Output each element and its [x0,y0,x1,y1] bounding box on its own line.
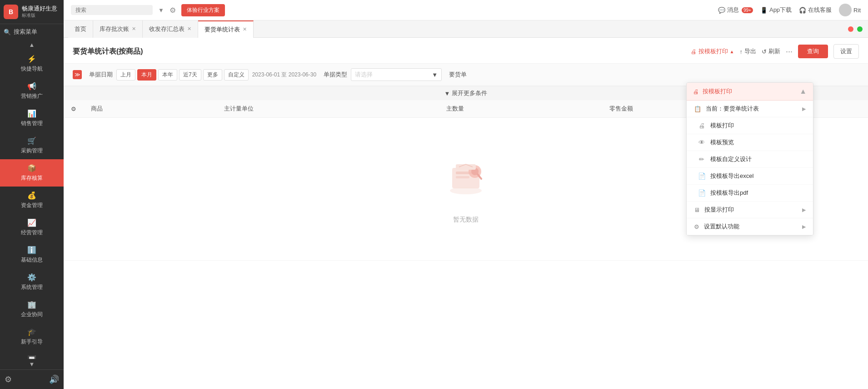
dropdown-arrow-icon[interactable]: ▼ [158,7,164,14]
message-icon: 💬 [718,7,725,14]
scroll-up-btn[interactable]: ▲ [0,40,64,50]
order-type-label: 单据类型 [324,71,347,79]
app-download-label: App下载 [769,6,792,14]
dropdown-close-btn[interactable]: ▲ [799,87,807,96]
dropdown-item-template-design[interactable]: ✏ 模板自定义设计 [687,151,813,168]
search-input[interactable] [71,5,153,15]
date-range: 2023-06-01 至 2023-06-30 [252,71,316,79]
chevron-up-icon: ▲ [730,49,734,54]
tab-receivable-summary[interactable]: 收发存汇总表 ✕ [143,20,198,38]
avatar [839,4,852,16]
preview-icon: 👁 [698,139,706,146]
topbar-left: ▼ ⚙ 体验行业方案 [71,4,225,16]
scroll-down-btn[interactable]: ▼ [0,359,64,369]
date-btn-more[interactable]: 更多 [203,69,222,81]
settings-gear-icon[interactable]: ⚙ [170,6,176,15]
template-print-btn[interactable]: 🖨 按模板打印 ▲ [691,47,734,56]
refresh-icon: ↺ [762,48,767,55]
goods-label: 要货单 [449,71,467,79]
current-item-icon: 📋 [694,106,701,112]
window-max-btn[interactable] [857,26,863,32]
settings-icon[interactable]: ⚙ [5,374,12,384]
tab-home[interactable]: 首页 [68,20,93,38]
sidebar-item-sales[interactable]: 📊 销售管理 [0,105,64,132]
user-avatar-item[interactable]: Rit [839,4,861,16]
tab-label: 首页 [75,25,86,33]
speaker-icon[interactable]: 🔊 [49,374,59,384]
refresh-btn[interactable]: ↺ 刷新 [762,47,780,56]
dropdown-sub-display-print[interactable]: 🖥 按显示打印 ▶ [687,202,813,218]
current-label: 当前：要货单统计表 [706,105,759,113]
app-download-item[interactable]: 📱 App下载 [760,6,792,14]
dropdown-sub-default-fn[interactable]: ⚙ 设置默认功能 ▶ [687,218,813,235]
online-service-item[interactable]: 🎧 在线客服 [799,6,832,14]
date-filter-group: 单据日期 上月 本月 本年 近7天 更多 自定义 2023-06-01 至 20… [89,69,316,81]
sidebar-bottom: ⚙ 🔊 [0,369,64,389]
display-print-icon: 🖥 [694,207,700,213]
more-icon[interactable]: ··· [786,47,793,56]
page-title: 要货单统计表(按商品) [73,47,143,56]
newbie-icon: 🎓 [27,328,36,336]
tab-label: 收发存汇总表 [149,25,185,33]
sidebar-logo: B 畅康通好生意 标准版 [0,0,64,24]
sidebar-item-quick-nav[interactable]: ⚡ 快捷导航 [0,50,64,77]
dropdown-current-item[interactable]: 📋 当前：要货单统计表 ▶ [687,101,813,117]
tab-inventory-batch[interactable]: 库存批次账 ✕ [93,20,143,38]
date-btn-custom[interactable]: 自定义 [224,69,249,81]
dropdown-item-export-excel[interactable]: 📄 按模板导出excel [687,168,813,185]
dropdown-item-export-pdf[interactable]: 📄 按模板导出pdf [687,185,813,202]
sidebar-item-label: 经营管理 [21,229,43,237]
close-icon[interactable]: ✕ [243,26,247,32]
messages-badge: 99+ [742,7,753,13]
sidebar-item-operation[interactable]: 📈 经营管理 [0,214,64,241]
sidebar-item-basic[interactable]: ℹ️ 基础信息 [0,241,64,268]
chevron-right-icon: ▶ [802,224,806,230]
dropdown-item-template-preview[interactable]: 👁 模板预览 [687,134,813,151]
column-settings-icon[interactable]: ⚙ [71,106,76,112]
search-icon: 🔍 [4,29,11,35]
page-actions: 🖨 按模板打印 ▲ ↑ 导出 ↺ 刷新 ··· 查询 设置 [691,44,859,59]
tab-label: 库存批次账 [100,25,129,33]
dropdown-header: 🖨 按模板打印 ▲ [687,83,813,101]
svg-rect-7 [456,164,476,170]
sidebar-item-marketing[interactable]: 📢 营销推广 [0,77,64,105]
sidebar-item-purchase[interactable]: 🛒 采购管理 [0,132,64,159]
date-btn-last-7[interactable]: 近7天 [179,69,201,81]
sidebar-item-inventory[interactable]: 📦 库存核算 [0,159,64,187]
export-btn[interactable]: ↑ 导出 [739,47,756,56]
sidebar-item-enterprise[interactable]: 🏢 企业协同 [0,296,64,323]
th-settings[interactable]: ⚙ [64,100,84,118]
item-label: 按模板导出pdf [710,189,806,197]
messages-item[interactable]: 💬 消息 99+ [718,6,753,14]
close-icon[interactable]: ✕ [187,26,191,32]
close-icon[interactable]: ✕ [132,26,136,32]
order-type-filter-group: 单据类型 请选择 ▼ [324,68,442,81]
settings-btn[interactable]: 设置 [833,44,859,59]
sidebar-item-label: 快捷导航 [21,65,43,73]
expand-more-icon: ▼ [444,90,450,97]
window-close-btn[interactable] [848,26,853,32]
industry-btn[interactable]: 体验行业方案 [181,4,225,16]
query-btn[interactable]: 查询 [798,45,828,58]
sidebar-item-label: 企业协同 [21,311,43,318]
tab-order-summary[interactable]: 要货单统计表 ✕ [198,20,254,38]
date-btn-this-year[interactable]: 本年 [158,69,177,81]
sidebar-item-system[interactable]: ⚙️ 系统管理 [0,268,64,296]
order-type-select[interactable]: 请选择 ▼ [351,68,442,81]
sidebar-item-newbie[interactable]: 🎓 新手引导 [0,323,64,350]
default-fn-icon: ⚙ [694,223,699,230]
date-filter-label: 单据日期 [89,71,113,79]
date-btn-this-month[interactable]: 本月 [137,69,156,81]
sidebar-item-appstore[interactable]: 🔲 应用中心 [0,350,64,359]
th-goods: 商品 [84,100,217,118]
sidebar-item-finance[interactable]: 💰 资金管理 [0,187,64,214]
date-btn-prev-month[interactable]: 上月 [116,69,135,81]
filter-expand-icon-btn[interactable]: ≫ [73,70,82,79]
purchase-icon: 🛒 [27,136,36,145]
dropdown-item-template-print[interactable]: 🖨 模板打印 [687,117,813,134]
chevron-right-icon: ▶ [802,106,806,112]
sidebar-search[interactable]: 🔍 搜索菜单 [0,24,64,40]
dropdown-sub-left: 📋 当前：要货单统计表 [694,105,759,113]
sales-icon: 📊 [27,109,36,118]
inventory-icon: 📦 [27,164,36,172]
